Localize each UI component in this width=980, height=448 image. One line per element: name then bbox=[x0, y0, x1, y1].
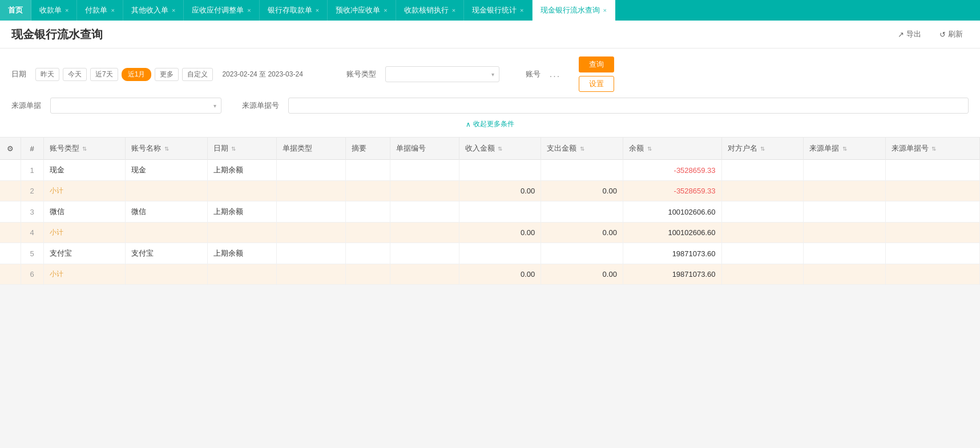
date-option-btn[interactable]: 更多 bbox=[155, 68, 179, 81]
table-header-row: ⚙#账号类型 ⇅账号名称 ⇅日期 ⇅单据类型摘要单据编号收入金额 ⇅支出金额 ⇅… bbox=[0, 138, 980, 160]
sort-icon: ⇅ bbox=[647, 146, 652, 152]
nav-tab[interactable]: 其他收入单× bbox=[123, 0, 184, 21]
table-row: 5支付宝支付宝上期余额19871073.60 bbox=[0, 243, 980, 264]
nav-tab[interactable]: 收款单× bbox=[31, 0, 77, 21]
collapse-button[interactable]: ∧ 收起更多条件 bbox=[466, 119, 514, 129]
settings-button[interactable]: 设置 bbox=[579, 76, 614, 92]
cell-counterpart bbox=[721, 181, 804, 201]
col-doc_no: 单据编号 bbox=[390, 138, 459, 160]
cell-doc_type bbox=[276, 243, 345, 264]
cell-source_doc bbox=[804, 223, 886, 243]
col-income[interactable]: 收入金额 ⇅ bbox=[459, 138, 541, 160]
date-option-btn[interactable]: 今天 bbox=[63, 68, 87, 81]
col-account_type[interactable]: 账号类型 ⇅ bbox=[43, 138, 126, 160]
nav-tab[interactable]: 现金银行流水查询× bbox=[533, 0, 615, 21]
cell-balance: 19871073.60 bbox=[623, 264, 721, 285]
account-more-btn[interactable]: ... bbox=[550, 69, 560, 79]
cell-summary bbox=[345, 243, 390, 264]
col-balance[interactable]: 余额 ⇅ bbox=[623, 138, 721, 160]
sort-icon: ⇅ bbox=[760, 146, 765, 152]
source-doc-no-input[interactable] bbox=[288, 98, 969, 114]
cell-summary bbox=[345, 181, 390, 201]
cell-source_doc bbox=[804, 264, 886, 285]
nav-tab[interactable]: 收款核销执行× bbox=[396, 0, 464, 21]
cell-balance: -3528659.33 bbox=[623, 160, 721, 181]
filter-row-1: 日期 昨天今天近7天近1月更多自定义 2023-02-24 至 2023-03-… bbox=[11, 56, 969, 92]
source-doc-select[interactable]: ▾ bbox=[50, 98, 221, 114]
cell-date: 上期余额 bbox=[207, 160, 276, 181]
tab-close-icon[interactable]: × bbox=[172, 7, 175, 14]
data-table: ⚙#账号类型 ⇅账号名称 ⇅日期 ⇅单据类型摘要单据编号收入金额 ⇅支出金额 ⇅… bbox=[0, 138, 980, 285]
cell-expense bbox=[541, 243, 623, 264]
table-row: 1现金现金上期余额-3528659.33 bbox=[0, 160, 980, 181]
nav-tab[interactable]: 现金银行统计× bbox=[464, 0, 532, 21]
cell-summary bbox=[345, 264, 390, 285]
cell-settings bbox=[0, 201, 21, 223]
collapse-up-icon: ∧ bbox=[466, 120, 471, 128]
cell-account_name bbox=[126, 181, 208, 201]
query-button[interactable]: 查询 bbox=[579, 56, 614, 72]
cell-income bbox=[459, 160, 541, 181]
cell-doc_type bbox=[276, 201, 345, 223]
cell-date: 上期余额 bbox=[207, 201, 276, 223]
cell-account_type: 微信 bbox=[43, 201, 126, 223]
cell-settings bbox=[0, 160, 21, 181]
nav-tab[interactable]: 应收应付调整单× bbox=[184, 0, 259, 21]
cell-no: 3 bbox=[21, 201, 43, 223]
col-summary: 摘要 bbox=[345, 138, 390, 160]
source-doc-label: 来源单据 bbox=[11, 100, 41, 111]
date-option-btn[interactable]: 近1月 bbox=[122, 68, 152, 81]
tab-close-icon[interactable]: × bbox=[247, 7, 251, 14]
col-source_doc_no[interactable]: 来源单据号 ⇅ bbox=[885, 138, 979, 160]
col-expense[interactable]: 支出金额 ⇅ bbox=[541, 138, 623, 160]
account-type-select[interactable]: ▾ bbox=[385, 66, 499, 82]
cell-doc_type bbox=[276, 160, 345, 181]
cell-no: 6 bbox=[21, 264, 43, 285]
cell-balance: -3528659.33 bbox=[623, 181, 721, 201]
account-type-label: 账号类型 bbox=[346, 69, 376, 79]
tab-close-icon[interactable]: × bbox=[111, 7, 114, 14]
filter-row-2: 来源单据 ▾ 来源单据号 bbox=[11, 98, 969, 114]
cell-account_type: 小计 bbox=[43, 181, 126, 201]
refresh-button[interactable]: ↺ 刷新 bbox=[934, 26, 969, 42]
date-option-btn[interactable]: 近7天 bbox=[90, 68, 118, 81]
nav-home[interactable]: 首页 bbox=[0, 0, 31, 21]
cell-source_doc_no bbox=[885, 160, 979, 181]
col-account_name[interactable]: 账号名称 ⇅ bbox=[126, 138, 208, 160]
tab-close-icon[interactable]: × bbox=[316, 7, 319, 14]
cell-counterpart bbox=[721, 243, 804, 264]
col-counterpart[interactable]: 对方户名 ⇅ bbox=[721, 138, 804, 160]
cell-source_doc bbox=[804, 160, 886, 181]
cell-expense bbox=[541, 160, 623, 181]
tab-close-icon[interactable]: × bbox=[603, 7, 607, 14]
cell-expense: 0.00 bbox=[541, 223, 623, 243]
cell-no: 5 bbox=[21, 243, 43, 264]
nav-tab[interactable]: 付款单× bbox=[77, 0, 123, 21]
cell-account_type: 小计 bbox=[43, 264, 126, 285]
top-nav: 首页 收款单×付款单×其他收入单×应收应付调整单×银行存取款单×预收冲应收单×收… bbox=[0, 0, 980, 21]
cell-date bbox=[207, 223, 276, 243]
collapse-row: ∧ 收起更多条件 bbox=[11, 119, 969, 129]
table-row: 3微信微信上期余额100102606.60 bbox=[0, 201, 980, 223]
cell-counterpart bbox=[721, 160, 804, 181]
col-doc_type: 单据类型 bbox=[276, 138, 345, 160]
cell-summary bbox=[345, 201, 390, 223]
sort-icon: ⇅ bbox=[231, 146, 236, 152]
col-date[interactable]: 日期 ⇅ bbox=[207, 138, 276, 160]
tab-close-icon[interactable]: × bbox=[65, 7, 68, 14]
date-option-btn[interactable]: 自定义 bbox=[182, 68, 213, 81]
tab-close-icon[interactable]: × bbox=[452, 7, 455, 14]
cell-counterpart bbox=[721, 264, 804, 285]
cell-account_type: 支付宝 bbox=[43, 243, 126, 264]
cell-balance: 100102606.60 bbox=[623, 223, 721, 243]
tab-close-icon[interactable]: × bbox=[520, 7, 523, 14]
col-source_doc[interactable]: 来源单据 ⇅ bbox=[804, 138, 886, 160]
nav-tab[interactable]: 银行存取款单× bbox=[260, 0, 328, 21]
date-option-btn[interactable]: 昨天 bbox=[35, 68, 59, 81]
cell-settings bbox=[0, 243, 21, 264]
cell-doc_type bbox=[276, 181, 345, 201]
export-button[interactable]: ↗ 导出 bbox=[892, 26, 927, 42]
tab-close-icon[interactable]: × bbox=[384, 7, 387, 14]
cell-settings bbox=[0, 181, 21, 201]
nav-tab[interactable]: 预收冲应收单× bbox=[328, 0, 396, 21]
